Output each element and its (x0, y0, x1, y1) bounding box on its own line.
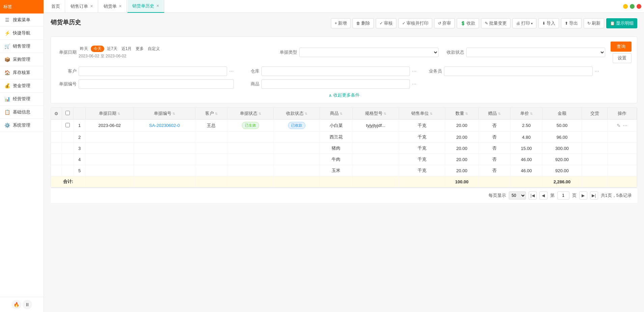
td-doc-status (227, 143, 274, 154)
window-minimize-btn[interactable] (623, 4, 628, 9)
date-shortcut-7days[interactable]: 近7天 (106, 46, 119, 52)
th-gift[interactable]: 赠品⇅ (478, 108, 510, 120)
sidebar-item-sales-mgmt[interactable]: 🛒 销售管理 (0, 40, 44, 53)
show-detail-icon: 📋 (610, 21, 615, 26)
doc-no-link[interactable]: SA-20230602-0 (149, 123, 180, 128)
tab-sales-history-close[interactable]: ✕ (156, 4, 159, 8)
print-dropdown-icon: ▾ (531, 22, 533, 25)
td-pay-status (274, 165, 320, 176)
page-number-input[interactable] (557, 191, 569, 200)
date-shortcut-today[interactable]: 今天 (91, 46, 104, 52)
print-button[interactable]: 🖨 打印 ▾ (512, 18, 536, 28)
inventory-icon: 🏠 (4, 70, 10, 76)
row-checkbox[interactable] (65, 123, 70, 127)
first-page-btn[interactable]: |◀ (529, 191, 537, 200)
date-shortcut-yesterday[interactable]: 昨天 (79, 46, 89, 52)
goods-dots[interactable]: ··· (412, 81, 416, 87)
th-row-no (74, 108, 86, 120)
td-gear (51, 165, 62, 176)
th-gear[interactable]: ⚙ (51, 108, 62, 120)
tab-sales-delivery[interactable]: 销货单 ✕ (99, 0, 127, 13)
th-pay-status[interactable]: 收款状态⇅ (274, 108, 320, 120)
sidebar-item-quick-nav[interactable]: ⚡ 快捷导航 (0, 27, 44, 40)
th-qty[interactable]: 数量⇅ (445, 108, 478, 120)
sidebar-item-label: 快捷导航 (13, 30, 30, 36)
th-spec[interactable]: 规格型号⇅ (353, 108, 399, 120)
settings-button[interactable]: 设置 (613, 53, 632, 63)
more-action-icon[interactable]: ⋯ (623, 123, 627, 128)
staff-dots[interactable]: ··· (595, 68, 599, 74)
export-button[interactable]: ⬆ 导出 (561, 18, 582, 28)
date-shortcut-1month[interactable]: 近1月 (120, 46, 133, 52)
sidebar-item-inventory[interactable]: 🏠 库存核算 (0, 66, 44, 79)
tab-home[interactable]: 首页 (47, 0, 65, 13)
footer-empty-8 (399, 176, 445, 187)
sort-doc-no-icon: ⇅ (172, 112, 175, 115)
th-unit[interactable]: 销售单位⇅ (399, 108, 445, 120)
th-doc-no[interactable]: 单据编号⇅ (134, 108, 195, 120)
refresh-button[interactable]: ↻ 刷新 (584, 18, 604, 28)
new-button[interactable]: + 新增 (331, 18, 351, 28)
show-detail-button[interactable]: 📋 显示明细 (606, 18, 637, 28)
date-shortcut-more[interactable]: 更多 (134, 46, 145, 52)
filter-date: 单据日期 昨天 今天 近7天 近1月 更多 自定义 2023-06-02 至 2… (56, 46, 272, 59)
td-checkbox (62, 120, 74, 132)
audit-button[interactable]: ✓ 审核 (376, 18, 396, 28)
staff-input[interactable] (444, 67, 592, 76)
sidebar-pause-btn[interactable]: ⏸ (23, 300, 32, 309)
audit-print-button[interactable]: ✓ 审核并打印 (398, 18, 432, 28)
prev-page-btn[interactable]: ◀ (539, 191, 548, 200)
tab-sales-delivery-close[interactable]: ✕ (119, 4, 122, 8)
collect-status-select[interactable] (466, 48, 606, 57)
td-doc-date (86, 165, 134, 176)
goods-input[interactable] (261, 79, 410, 89)
sidebar-item-finance[interactable]: 💰 资金管理 (0, 79, 44, 93)
tab-sales-order[interactable]: 销售订单 ✕ (66, 0, 98, 13)
abandon-button[interactable]: ↺ 弃审 (434, 18, 455, 28)
page-title: 销货单历史 (51, 18, 81, 26)
doc-type-select[interactable] (299, 48, 439, 57)
collect-button[interactable]: 💲 收款 (457, 18, 479, 28)
sidebar-item-operations[interactable]: 📊 经营管理 (0, 93, 44, 106)
sort-spec-icon: ⇅ (384, 112, 386, 115)
td-doc-status (227, 165, 274, 176)
import-button[interactable]: ⬇ 导入 (538, 18, 559, 28)
next-page-btn[interactable]: ▶ (579, 191, 587, 200)
sidebar-fire-btn[interactable]: 🔥 (12, 300, 21, 309)
filter-collapse-btn[interactable]: ∧ 收起更多条件 (56, 92, 632, 98)
td-amount: 920.00 (542, 165, 582, 176)
sidebar-item-search-menu[interactable]: ☰ 搜索菜单 (0, 14, 44, 27)
doc-type-label: 单据类型 (277, 49, 297, 55)
window-close-btn[interactable] (637, 4, 641, 9)
sidebar-item-sys-mgmt[interactable]: ⚙️ 系统管理 (0, 119, 44, 132)
td-doc-no (134, 165, 195, 176)
total-info: 共1页，5条记录 (601, 192, 632, 199)
window-maximize-btn[interactable] (630, 4, 635, 9)
td-customer: 王总 (195, 120, 227, 132)
th-doc-status[interactable]: 单据状态⇅ (227, 108, 274, 120)
sort-doc-date-icon: ⇅ (117, 112, 120, 115)
doc-no-input[interactable] (79, 79, 234, 89)
th-doc-date[interactable]: 单据日期⇅ (86, 108, 134, 120)
th-customer[interactable]: 客户⇅ (195, 108, 227, 120)
warehouse-dots[interactable]: ··· (412, 68, 416, 74)
select-all-checkbox[interactable] (65, 111, 70, 115)
print-icon: 🖨 (516, 21, 520, 26)
query-button[interactable]: 查询 (611, 42, 632, 52)
tab-sales-order-close[interactable]: ✕ (90, 4, 93, 8)
edit-action-icon[interactable]: ✎ (617, 123, 621, 128)
delete-button[interactable]: 🗑 删除 (353, 18, 374, 28)
warehouse-input[interactable] (261, 67, 410, 76)
sidebar-item-purchase-mgmt[interactable]: 📦 采购管理 (0, 53, 44, 66)
sidebar-item-label: 资金管理 (13, 83, 30, 89)
per-page-select[interactable]: 50 100 (509, 191, 526, 200)
date-shortcut-custom[interactable]: 自定义 (146, 46, 161, 52)
th-price[interactable]: 单价⇅ (510, 108, 542, 120)
last-page-btn[interactable]: ▶| (590, 191, 598, 200)
tab-sales-history[interactable]: 销货单历史 ✕ (128, 0, 164, 13)
th-goods[interactable]: 商品⇅ (320, 108, 353, 120)
customer-dots[interactable]: ··· (229, 68, 233, 74)
sidebar-item-basic-info[interactable]: 📋 基础信息 (0, 106, 44, 119)
customer-input[interactable] (79, 67, 227, 76)
batch-change-button[interactable]: ✎ 批量变更 (481, 18, 510, 28)
